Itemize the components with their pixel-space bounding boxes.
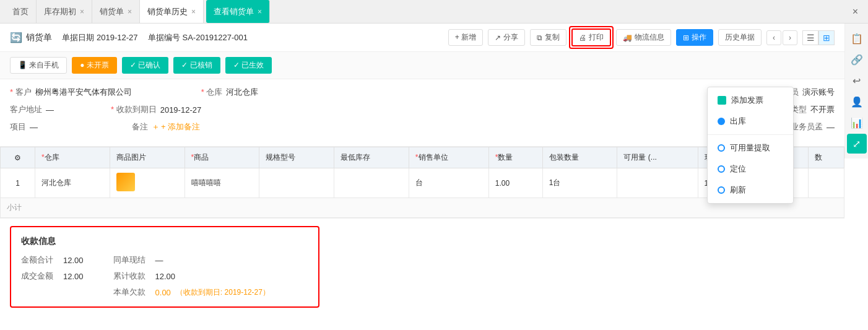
tab-sales-order[interactable]: 销货单 × [92, 0, 140, 23]
window-close-button[interactable]: × [848, 6, 863, 17]
product-image [116, 173, 135, 191]
due-date-value: 2019-12-27 [160, 105, 202, 115]
doc-title-text: 销货单 [26, 32, 52, 43]
sidebar-expand-icon[interactable]: ⤢ [847, 134, 867, 154]
copy-icon: ⧉ [537, 33, 542, 42]
cumulative-label: 累计收款 [113, 271, 150, 282]
tab-view-sales-close[interactable]: × [258, 7, 262, 16]
row-index: 1 [1, 168, 35, 198]
col-product: *商品 [184, 147, 259, 168]
layout-toggle: ☰ ⊞ [802, 30, 835, 45]
logistics-label: 物流信息 [635, 32, 664, 43]
print-button[interactable]: 🖨 打印 [571, 28, 611, 46]
sidebar-doc-icon[interactable]: 📋 [847, 28, 867, 48]
doc-number-label: 单据编号 [148, 32, 180, 43]
transaction-value: 12.00 [63, 272, 84, 281]
effective-check-icon: ✓ [233, 61, 240, 69]
tab-sales-history[interactable]: 销货单历史 × [140, 0, 204, 23]
outbound-icon [718, 118, 725, 125]
row-spec [259, 168, 334, 198]
nav-next[interactable]: › [783, 30, 797, 45]
effective-button[interactable]: ✓ 已生效 [225, 57, 272, 74]
doc-number-field: 单据编号 SA-20191227-001 [148, 32, 248, 43]
locate-label: 定位 [730, 163, 746, 175]
not-opened-icon: ● [80, 61, 84, 69]
sales-order-icon: 🔄 [10, 32, 22, 43]
doc-date-field: 单据日期 2019-12-27 [62, 32, 138, 43]
project-label: 项目 [10, 121, 26, 132]
tab-inventory-label: 库存期初 [44, 6, 76, 17]
doc-actions: + 新增 ↗ 分享 ⧉ 复制 🖨 打印 🚚 物流信息 [448, 28, 835, 46]
tab-sales-order-close[interactable]: × [128, 7, 132, 16]
amount-total-row: 金额合计 12.00 [21, 254, 84, 266]
payment-title: 收款信息 [21, 236, 308, 247]
operations-dropdown: 添加发票 出库 可用量提取 定位 刷新 [707, 87, 794, 204]
dropdown-add-invoice[interactable]: 添加发票 [708, 90, 793, 111]
from-phone-button[interactable]: 📱 来自手机 [10, 57, 67, 74]
not-opened-button[interactable]: ● 未开票 [72, 57, 117, 74]
row-product: 嘻嘻嘻嘻 [184, 168, 259, 198]
share-button[interactable]: ↗ 分享 [488, 29, 525, 46]
amount-total-value: 12.00 [63, 256, 84, 265]
dropdown-locate[interactable]: 定位 [708, 158, 793, 180]
voided-label: 已核销 [190, 61, 212, 69]
tab-sales-history-close[interactable]: × [191, 7, 196, 16]
transaction-row: 成交金额 12.00 [21, 271, 84, 282]
add-note-button[interactable]: ＋ + 添加备注 [152, 121, 200, 132]
same-order-row: 同单现结 — [113, 254, 270, 266]
add-note-label: + 添加备注 [161, 121, 200, 132]
project-value: — [30, 123, 38, 132]
confirmed-button[interactable]: ✓ 已确认 [122, 57, 168, 74]
tab-view-sales-label: 查看销货单 [214, 6, 254, 17]
dropdown-available-pickup[interactable]: 可用量提取 [708, 137, 793, 158]
col-settings[interactable]: ⚙ [1, 147, 35, 168]
same-order-label: 同单现结 [113, 254, 150, 266]
row-quantity: 1.00 [488, 168, 542, 198]
layout-grid-button[interactable]: ⊞ [818, 30, 835, 45]
nav-prev[interactable]: ‹ [766, 30, 781, 45]
sidebar-user-icon[interactable]: 👤 [847, 92, 867, 111]
tab-home[interactable]: 首页 [5, 0, 37, 23]
tab-inventory-close[interactable]: × [80, 7, 84, 16]
doc-number-value: SA-20191227-001 [183, 33, 248, 42]
dropdown-refresh[interactable]: 刷新 [708, 180, 793, 201]
logistics-button[interactable]: 🚚 物流信息 [616, 29, 671, 46]
copy-label: 复制 [545, 32, 560, 43]
warehouse-label: 仓库 [201, 87, 223, 98]
layout-list-button[interactable]: ☰ [802, 30, 818, 45]
current-owed-label: 本单欠款 [113, 287, 150, 298]
effective-label: 已生效 [241, 61, 264, 69]
history-button[interactable]: 历史单据 [718, 29, 762, 46]
row-unit: 台 [409, 168, 488, 198]
voided-button[interactable]: ✓ 已核销 [173, 57, 220, 74]
operations-button[interactable]: ⊞ 操作 [676, 29, 713, 46]
dropdown-outbound[interactable]: 出库 [708, 111, 793, 132]
sidebar-chart-icon[interactable]: 📊 [847, 113, 867, 132]
employee2-value: — [827, 123, 835, 132]
row-extra [809, 168, 844, 198]
copy-button[interactable]: ⧉ 复制 [530, 29, 566, 46]
truck-icon: 🚚 [623, 33, 632, 42]
sidebar-return-icon[interactable]: ↩ [847, 71, 867, 90]
note-label: 备注 [132, 121, 148, 132]
amount-total-label: 金额合计 [21, 254, 58, 266]
due-date-label: 收款到期日 [111, 104, 157, 115]
phone-icon: 📱 [18, 61, 27, 69]
new-button[interactable]: + 新增 [448, 29, 483, 46]
current-owed-value: 0.00 [155, 288, 171, 297]
col-extra: 数 [809, 147, 844, 168]
tab-view-sales[interactable]: 查看销货单 × [206, 0, 270, 23]
row-pkg-qty: 1台 [542, 168, 617, 198]
locate-icon [718, 165, 725, 173]
doc-title: 🔄 销货单 [10, 32, 52, 43]
col-available: 可用量 (... [617, 147, 698, 168]
sidebar-link-icon[interactable]: 🔗 [847, 50, 867, 69]
outbound-label: 出库 [730, 116, 746, 127]
tab-inventory-init[interactable]: 库存期初 × [37, 0, 92, 23]
warehouse-value: 河北仓库 [226, 87, 258, 98]
nav-arrows: ‹ › [766, 30, 797, 45]
due-date-in-note: 2019-12-27 [225, 288, 263, 297]
grid-icon: ⊞ [683, 33, 689, 42]
status-bar: 📱 来自手机 ● 未开票 ✓ 已确认 ✓ 已核销 ✓ 已生效 [0, 52, 844, 79]
from-phone-label: 来自手机 [29, 61, 59, 69]
